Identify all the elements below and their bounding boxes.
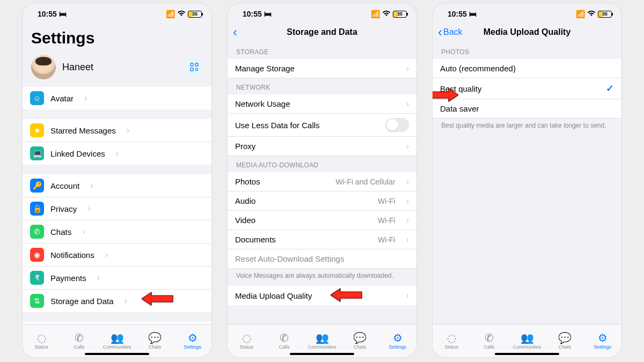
qr-button[interactable]: [186, 58, 203, 76]
row-video[interactable]: Video Wi-Fi ›: [228, 211, 416, 230]
status-icon: ◌: [447, 333, 456, 343]
row-photos[interactable]: Photos Wi-Fi and Cellular ›: [228, 172, 416, 191]
chevron-right-icon: ›: [87, 204, 90, 213]
profile-row[interactable]: Haneet: [23, 51, 211, 87]
row-documents[interactable]: Documents Wi-Fi ›: [228, 230, 416, 249]
chevron-right-icon: ›: [90, 181, 93, 190]
people-icon: 👥: [521, 333, 534, 343]
tab-communities[interactable]: 👥Communities: [303, 324, 341, 357]
option-best-quality[interactable]: Best quality ✓: [433, 78, 621, 99]
status-bar: 10:55 🛏 📶 35: [228, 3, 416, 21]
tab-bar: ◌Status ✆Calls 👥Communities 💬Chats ⚙Sett…: [228, 324, 416, 357]
wifi-icon: [177, 10, 186, 18]
row-account[interactable]: 🔑 Account ›: [23, 174, 211, 197]
tab-status[interactable]: ◌Status: [228, 324, 265, 357]
row-linked-devices[interactable]: 💻 Linked Devices ›: [23, 142, 211, 165]
tab-settings[interactable]: ⚙Settings: [379, 324, 416, 357]
page-title: Settings: [23, 21, 211, 51]
nav-bar: ‹Back Media Upload Quality: [433, 21, 621, 43]
whatsapp-icon: ✆: [30, 225, 44, 239]
bed-icon: 🛏: [59, 10, 67, 18]
svg-rect-3: [195, 68, 196, 69]
chevron-right-icon: ›: [127, 125, 129, 135]
nav-title: Storage and Data: [287, 27, 357, 37]
tab-calls[interactable]: ✆Calls: [265, 324, 303, 357]
tab-settings[interactable]: ⚙Settings: [584, 324, 621, 357]
svg-rect-2: [191, 68, 193, 71]
chevron-right-icon: ›: [116, 149, 119, 158]
option-auto[interactable]: Auto (recommended): [433, 59, 621, 78]
status-time: 10:55: [38, 10, 57, 18]
home-indicator[interactable]: [495, 353, 559, 355]
home-indicator[interactable]: [85, 353, 149, 355]
row-payments[interactable]: ₹ Payments ›: [23, 267, 211, 290]
tab-calls[interactable]: ✆Calls: [470, 324, 508, 357]
tab-chats[interactable]: 💬Chats: [546, 324, 583, 357]
row-storage-data[interactable]: ⇅ Storage and Data ›: [23, 290, 211, 312]
signal-icon: 📶: [371, 10, 380, 18]
back-button[interactable]: ‹Back: [438, 26, 463, 39]
row-notifications[interactable]: ◉ Notifications ›: [23, 243, 211, 267]
tab-status[interactable]: ◌Status: [23, 324, 60, 357]
row-manage-storage[interactable]: Manage Storage ›: [228, 59, 416, 78]
tab-communities[interactable]: 👥Communities: [508, 324, 546, 357]
row-starred[interactable]: ★ Starred Messages ›: [23, 119, 211, 142]
chevron-left-icon: ‹: [438, 26, 442, 39]
phone-icon: ✆: [485, 333, 494, 343]
status-icon: ◌: [242, 333, 251, 343]
status-bar: 10:55 🛏 📶 35: [23, 3, 211, 21]
row-proxy[interactable]: Proxy ›: [228, 137, 416, 156]
section-header-network: NETWORK: [228, 78, 416, 94]
option-data-saver[interactable]: Data saver: [433, 99, 621, 119]
tab-communities[interactable]: 👥Communities: [98, 324, 136, 357]
gear-icon: ⚙: [188, 333, 197, 343]
chat-icon: 💬: [148, 333, 162, 343]
tab-chats[interactable]: 💬Chats: [136, 324, 173, 357]
status-icon: ◌: [37, 333, 46, 343]
tab-chats[interactable]: 💬Chats: [341, 324, 378, 357]
row-reset-autodownload[interactable]: Reset Auto-Download Settings: [228, 249, 416, 269]
chevron-left-icon: ‹: [233, 26, 237, 39]
screen-storage-data: 10:55 🛏 📶 35 ‹ Storage and Data STORAGE …: [228, 3, 416, 357]
bed-icon: 🛏: [469, 10, 477, 18]
row-media-upload-quality[interactable]: Media Upload Quality ›: [228, 286, 416, 305]
chat-icon: 💬: [353, 333, 367, 343]
memoji-avatar: [31, 55, 56, 79]
tab-bar: ◌Status ✆Calls 👥Communities 💬Chats ⚙Sett…: [433, 324, 621, 357]
battery-icon: 35: [598, 11, 612, 18]
home-indicator[interactable]: [290, 353, 354, 355]
row-less-data[interactable]: Use Less Data for Calls: [228, 114, 416, 137]
nav-title: Media Upload Quality: [484, 27, 571, 37]
tab-status[interactable]: ◌Status: [433, 324, 470, 357]
row-audio[interactable]: Audio Wi-Fi ›: [228, 191, 416, 211]
svg-marker-8: [331, 289, 362, 301]
people-icon: 👥: [316, 333, 329, 343]
highlight-arrow-icon: [331, 288, 363, 302]
phone-icon: ✆: [75, 333, 84, 343]
row-avatar[interactable]: ☺ Avatar ›: [23, 87, 211, 109]
row-privacy[interactable]: 🔒 Privacy ›: [23, 197, 211, 220]
chevron-right-icon: ›: [406, 142, 409, 151]
battery-icon: 35: [393, 11, 407, 18]
chevron-right-icon: ›: [406, 99, 409, 109]
profile-name: Haneet: [62, 62, 93, 73]
wifi-icon: [382, 10, 391, 18]
highlight-arrow-icon: [142, 292, 174, 306]
chevron-right-icon: ›: [406, 235, 409, 245]
tab-calls[interactable]: ✆Calls: [60, 324, 98, 357]
back-button[interactable]: ‹: [233, 26, 238, 39]
footnote-voice: Voice Messages are always automatically …: [228, 269, 416, 286]
bed-icon: 🛏: [264, 10, 272, 18]
svg-rect-4: [197, 70, 198, 71]
notification-icon: ◉: [30, 248, 44, 262]
less-data-toggle[interactable]: [385, 118, 409, 132]
row-chats[interactable]: ✆ Chats ›: [23, 220, 211, 243]
arrows-icon: ⇅: [30, 294, 44, 308]
chevron-right-icon: ›: [125, 296, 127, 306]
row-help[interactable]: i Help ›: [23, 322, 211, 324]
row-network-usage[interactable]: Network Usage ›: [228, 94, 416, 114]
tab-settings[interactable]: ⚙Settings: [174, 324, 211, 357]
status-bar: 10:55 🛏 📶 35: [433, 3, 621, 21]
phone-icon: ✆: [280, 333, 289, 343]
svg-rect-6: [197, 68, 198, 69]
